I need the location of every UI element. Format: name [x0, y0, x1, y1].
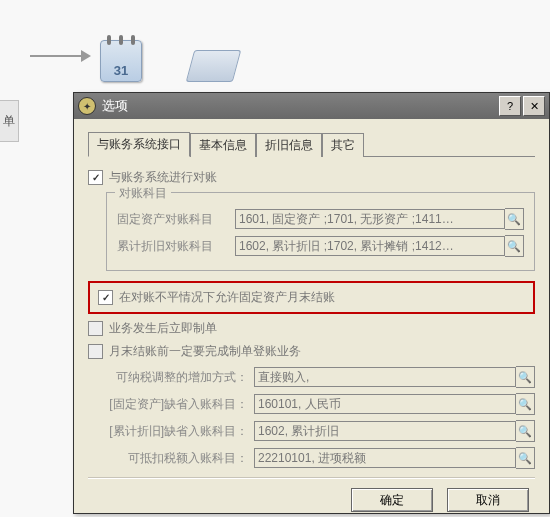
tab-other[interactable]: 其它 — [322, 133, 364, 157]
fixed-asset-default-label: [固定资产]缺省入账科目： — [88, 396, 254, 413]
accum-depr-default-input[interactable]: 1602, 累计折旧 — [254, 421, 516, 441]
app-icon: ✦ — [78, 97, 96, 115]
require-voucher-checkbox[interactable] — [88, 344, 103, 359]
auto-voucher-label: 业务发生后立即制单 — [109, 320, 217, 337]
titlebar: ✦ 选项 ? ✕ — [74, 93, 549, 119]
accum-depr-account-input[interactable]: 1602, 累计折旧 ;1702, 累计摊销 ;1412… — [235, 236, 505, 256]
deductible-tax-label: 可抵扣税额入账科目： — [88, 450, 254, 467]
accum-depr-default-label: [累计折旧]缺省入账科目： — [88, 423, 254, 440]
close-button[interactable]: ✕ — [523, 96, 545, 116]
window-title: 选项 — [102, 97, 499, 115]
tab-strip: 与账务系统接口 基本信息 折旧信息 其它 — [88, 131, 535, 157]
ok-button[interactable]: 确定 — [351, 488, 433, 512]
fixed-asset-account-input[interactable]: 1601, 固定资产 ;1701, 无形资产 ;1411… — [235, 209, 505, 229]
auto-voucher-checkbox[interactable] — [88, 321, 103, 336]
reconcile-checkbox[interactable] — [88, 170, 103, 185]
require-voucher-row[interactable]: 月末结账前一定要完成制单登账业务 — [88, 343, 535, 360]
lookup-icon[interactable]: 🔍 — [516, 393, 535, 415]
fixed-asset-default-input[interactable]: 160101, 人民币 — [254, 394, 516, 414]
lookup-icon[interactable]: 🔍 — [516, 366, 535, 388]
help-button[interactable]: ? — [499, 96, 521, 116]
lookup-icon[interactable]: 🔍 — [505, 235, 524, 257]
tab-basic-info[interactable]: 基本信息 — [190, 133, 256, 157]
fixed-asset-account-label: 固定资产对账科目 — [117, 211, 235, 228]
deductible-tax-input[interactable]: 22210101, 进项税额 — [254, 448, 516, 468]
calendar-icon — [100, 40, 142, 82]
allow-close-unbalanced-label: 在对账不平情况下允许固定资产月末结账 — [119, 289, 335, 306]
accum-depr-account-label: 累计折旧对账科目 — [117, 238, 235, 255]
lookup-icon[interactable]: 🔍 — [516, 447, 535, 469]
options-dialog: ✦ 选项 ? ✕ 与账务系统接口 基本信息 折旧信息 其它 与账务系统进行对账 … — [73, 92, 550, 514]
group-title: 对账科目 — [115, 185, 171, 202]
require-voucher-label: 月末结账前一定要完成制单登账业务 — [109, 343, 301, 360]
tab-finance-interface[interactable]: 与账务系统接口 — [88, 132, 190, 157]
reconcile-label: 与账务系统进行对账 — [109, 169, 217, 186]
lookup-icon[interactable]: 🔍 — [516, 420, 535, 442]
lookup-icon[interactable]: 🔍 — [505, 208, 524, 230]
cancel-button[interactable]: 取消 — [447, 488, 529, 512]
allow-close-unbalanced-row[interactable]: 在对账不平情况下允许固定资产月末结账 — [98, 289, 525, 306]
tax-adjust-input[interactable]: 直接购入, — [254, 367, 516, 387]
ledger-icon — [186, 50, 242, 82]
external-fragment: 单 — [0, 100, 19, 142]
auto-voucher-row[interactable]: 业务发生后立即制单 — [88, 320, 535, 337]
tab-depreciation[interactable]: 折旧信息 — [256, 133, 322, 157]
separator — [88, 477, 535, 478]
reconcile-accounts-group: 对账科目 固定资产对账科目 1601, 固定资产 ;1701, 无形资产 ;14… — [106, 192, 535, 271]
tax-adjust-label: 可纳税调整的增加方式： — [88, 369, 254, 386]
arrow-icon — [30, 55, 85, 57]
highlight-box: 在对账不平情况下允许固定资产月末结账 — [88, 281, 535, 314]
reconcile-checkbox-row[interactable]: 与账务系统进行对账 — [88, 169, 535, 186]
allow-close-unbalanced-checkbox[interactable] — [98, 290, 113, 305]
